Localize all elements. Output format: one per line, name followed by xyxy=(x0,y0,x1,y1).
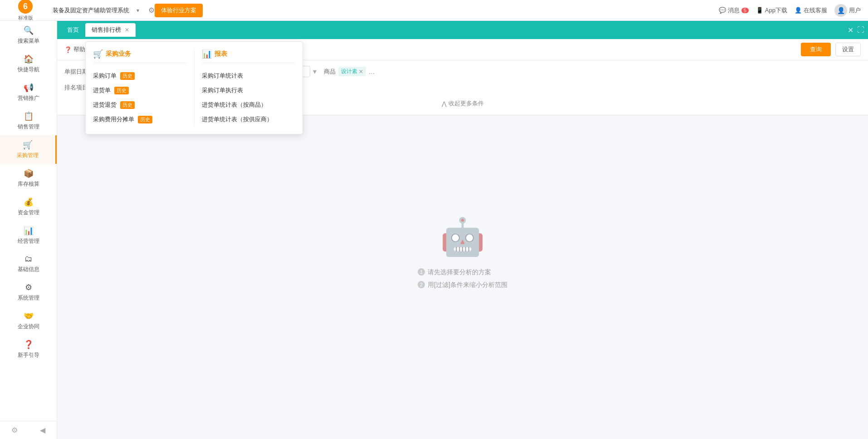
industry-btn[interactable]: 体验行业方案 xyxy=(155,4,203,17)
mobile-icon: 📱 xyxy=(756,7,763,14)
user-btn[interactable]: 👤 用户 xyxy=(834,4,861,17)
inventory-icon: 📦 xyxy=(24,168,34,178)
basic-icon: 🗂 xyxy=(24,254,33,264)
help-btn[interactable]: ❓ 帮助 xyxy=(64,45,85,54)
sidebar-item-marketing[interactable]: 📢 营销推广 xyxy=(0,78,57,107)
online-service-btn[interactable]: 👤 在线客服 xyxy=(795,6,827,15)
sidebar: 🔍 搜索菜单 🏠 快捷导航 📢 营销推广 📋 销售管理 🛒 采购管理 📦 xyxy=(0,21,57,439)
home-icon: 🏠 xyxy=(24,54,34,64)
app-download-btn[interactable]: 📱 App下载 xyxy=(756,6,787,15)
sales-icon: 📋 xyxy=(24,111,34,121)
empty-step-1: 1 请先选择要分析的方案 xyxy=(418,266,507,278)
sidebar-item-enterprise[interactable]: 🤝 企业协同 xyxy=(0,306,57,335)
top-bar-actions: 💬 消息 5 📱 App下载 👤 在线客服 👤 用户 xyxy=(719,4,861,17)
history-badge-3: 历史 xyxy=(138,116,152,123)
purchase-dropdown-menu: 🛒 采购业务 采购订单 历史 进货单 历史 xyxy=(85,41,303,134)
enterprise-icon: 🤝 xyxy=(24,311,34,321)
marketing-icon: 📢 xyxy=(24,83,34,93)
messages-badge: 5 xyxy=(741,8,749,13)
service-icon: 👤 xyxy=(795,7,802,14)
menu-item-purchase-receive[interactable]: 进货单 历史 xyxy=(93,83,187,98)
sidebar-collapse-btn[interactable]: ◀ xyxy=(40,426,45,434)
app-container: 6 标准版 装备及固定资产辅助管理系统 ▾ ⚙ 体验行业方案 💬 消息 5 📱 … xyxy=(0,0,868,439)
content-area: 首页 销售排行榜 ✕ 🛒 采购业务 采购订单 xyxy=(57,21,868,439)
logo-text: 标准版 xyxy=(18,15,33,21)
report-section: 📊 报表 采购订单统计表 采购订单执行表 进货单统计表（按商品） xyxy=(202,49,296,127)
sidebar-item-quick-nav[interactable]: 🏠 快捷导航 xyxy=(0,49,57,78)
menu-divider xyxy=(194,49,195,127)
tab-close-window-icon[interactable]: ✕ xyxy=(848,26,853,35)
menu-item-report-3[interactable]: 进货单统计表（按供应商） xyxy=(202,112,296,127)
help-icon: ❓ xyxy=(64,46,72,53)
sidebar-item-guide[interactable]: ❓ 新手引导 xyxy=(0,335,57,364)
main-area: 🔍 搜索菜单 🏠 快捷导航 📢 营销推广 📋 销售管理 🛒 采购管理 📦 xyxy=(0,21,868,439)
sidebar-item-purchase[interactable]: 🛒 采购管理 xyxy=(0,135,57,164)
sidebar-settings-btn[interactable]: ⚙ xyxy=(11,426,18,434)
sidebar-item-basic[interactable]: 🗂 基础信息 xyxy=(0,250,57,278)
user-avatar: 👤 xyxy=(834,4,847,17)
goods-tag: 设计素 ✕ xyxy=(338,67,366,76)
sidebar-item-sales[interactable]: 📋 销售管理 xyxy=(0,107,57,135)
sidebar-item-operation[interactable]: 📊 经营管理 xyxy=(0,221,57,250)
toolbar-right: 查询 设置 xyxy=(801,43,861,56)
date-label: 单据日期 xyxy=(64,68,88,76)
sidebar-item-finance[interactable]: 💰 资金管理 xyxy=(0,192,57,221)
logo-area: 6 标准版 xyxy=(7,0,44,21)
empty-illustration: 🤖 xyxy=(440,216,485,258)
empty-state: 🤖 1 请先选择要分析的方案 2 用[过滤]条件来缩小分析范围 xyxy=(418,216,507,291)
finance-icon: 💰 xyxy=(24,197,34,207)
history-badge-0: 历史 xyxy=(120,72,135,80)
purchase-section: 🛒 采购业务 采购订单 历史 进货单 历史 xyxy=(93,49,187,127)
empty-step-2: 2 用[过滤]条件来缩小分析范围 xyxy=(418,278,507,291)
sidebar-item-search[interactable]: 🔍 搜索菜单 xyxy=(0,21,57,49)
tab-sales-rank[interactable]: 销售排行榜 ✕ 🛒 采购业务 采购订单 历史 xyxy=(85,23,136,37)
operation-icon: 📊 xyxy=(24,226,34,236)
top-bar-left: 6 标准版 装备及固定资产辅助管理系统 ▾ ⚙ xyxy=(7,0,155,21)
guide-icon: ❓ xyxy=(24,340,34,350)
collapse-btn[interactable]: ⋀ 收起更多条件 xyxy=(442,99,484,108)
message-icon: 💬 xyxy=(719,7,726,14)
system-settings-icon[interactable]: ⚙ xyxy=(148,6,155,15)
menu-item-purchase-return[interactable]: 进货退货 历史 xyxy=(93,98,187,112)
collapse-icon: ⋀ xyxy=(442,100,447,107)
empty-text: 1 请先选择要分析的方案 2 用[过滤]条件来缩小分析范围 xyxy=(418,266,507,291)
search-icon: 🔍 xyxy=(24,25,34,35)
query-btn[interactable]: 查询 xyxy=(801,43,831,56)
history-badge-2: 历史 xyxy=(120,101,135,109)
rank-label: 排名项目 xyxy=(64,84,88,92)
sidebar-bottom: ⚙ ◀ xyxy=(0,421,57,439)
purchase-section-title: 🛒 采购业务 xyxy=(93,49,187,63)
goods-dots[interactable]: ... xyxy=(369,68,375,76)
menu-item-report-2[interactable]: 进货单统计表（按商品） xyxy=(202,98,296,112)
messages-btn[interactable]: 💬 消息 5 xyxy=(719,6,749,15)
system-title-dropdown[interactable]: ▾ xyxy=(137,7,139,14)
menu-item-purchase-order[interactable]: 采购订单 历史 xyxy=(93,69,187,83)
goods-label: 商品 xyxy=(324,68,336,76)
report-section-title: 📊 报表 xyxy=(202,49,296,63)
sidebar-item-system[interactable]: ⚙ 系统管理 xyxy=(0,278,57,306)
menu-item-report-0[interactable]: 采购订单统计表 xyxy=(202,69,296,83)
system-title: 装备及固定资产辅助管理系统 xyxy=(53,6,129,15)
settings-btn[interactable]: 设置 xyxy=(835,43,861,56)
top-bar: 6 标准版 装备及固定资产辅助管理系统 ▾ ⚙ 体验行业方案 💬 消息 5 📱 … xyxy=(0,0,868,21)
status-dots[interactable]: ▾ xyxy=(313,67,317,76)
purchase-icon: 🛒 xyxy=(23,140,33,150)
goods-tag-close[interactable]: ✕ xyxy=(359,69,363,75)
tab-bar-right: ✕ ⛶ xyxy=(848,26,864,35)
tab-bar: 首页 销售排行榜 ✕ 🛒 采购业务 采购订单 xyxy=(57,21,868,39)
logo-icon: 6 xyxy=(18,0,33,14)
filter-goods-item: 商品 设计素 ✕ ... xyxy=(324,67,375,76)
tab-home[interactable]: 首页 xyxy=(61,23,85,37)
main-content: 🤖 1 请先选择要分析的方案 2 用[过滤]条件来缩小分析范围 xyxy=(57,115,868,391)
purchase-menu-icon: 🛒 xyxy=(93,49,103,59)
report-menu-icon: 📊 xyxy=(202,49,212,59)
tab-expand-icon[interactable]: ⛶ xyxy=(857,26,864,34)
system-icon: ⚙ xyxy=(25,282,32,292)
history-badge-1: 历史 xyxy=(114,87,129,94)
menu-item-report-1[interactable]: 采购订单执行表 xyxy=(202,83,296,98)
menu-item-purchase-expense[interactable]: 采购费用分摊单 历史 xyxy=(93,112,187,127)
tab-close-icon[interactable]: ✕ xyxy=(125,27,129,33)
sidebar-item-inventory[interactable]: 📦 库存核算 xyxy=(0,164,57,192)
